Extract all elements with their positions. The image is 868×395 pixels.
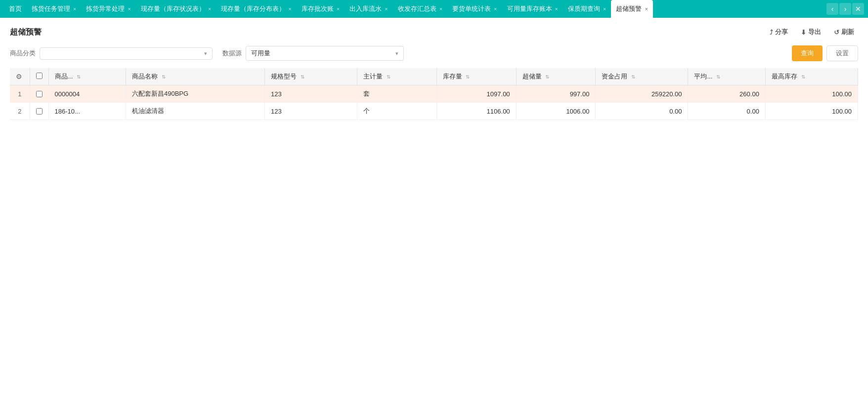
th-spec[interactable]: 规格型号 ⇅ bbox=[264, 68, 357, 85]
cell-product-name: 机油滤清器 bbox=[126, 103, 264, 120]
settings-button[interactable]: 设置 bbox=[826, 45, 858, 61]
row-number: 1 bbox=[10, 85, 30, 103]
sort-icon: ⇅ bbox=[301, 74, 304, 79]
cell-avg: 0.00 bbox=[688, 103, 765, 120]
top-nav: 首页 拣货任务管理 × 拣货异常处理 × 现存量（库存状况表） × 现存量（库存… bbox=[0, 0, 868, 18]
close-icon[interactable]: × bbox=[288, 6, 291, 12]
close-icon[interactable]: × bbox=[439, 6, 442, 12]
nav-item-order-stat[interactable]: 要货单统计表 × bbox=[447, 0, 502, 18]
close-icon[interactable]: × bbox=[208, 6, 211, 12]
datasource-label: 数据源 bbox=[222, 49, 242, 58]
query-button[interactable]: 查询 bbox=[792, 45, 823, 61]
table-row: 1 0000004 六配套新昌490BPG 123 套 1097.00 997.… bbox=[10, 85, 858, 103]
row-checkbox[interactable] bbox=[36, 91, 43, 97]
sort-icon: ⇅ bbox=[387, 74, 391, 79]
nav-next-button[interactable]: › bbox=[839, 3, 851, 15]
nav-arrows: ‹ › ✕ bbox=[826, 3, 864, 15]
nav-prev-button[interactable]: ‹ bbox=[826, 3, 838, 15]
nav-item-flow[interactable]: 出入库流水 × bbox=[345, 0, 392, 18]
sort-icon: ⇅ bbox=[466, 74, 470, 79]
row-checkbox-cell[interactable] bbox=[30, 103, 48, 120]
nav-item-exception[interactable]: 拣货异常处理 × bbox=[81, 0, 135, 18]
cell-spec: 123 bbox=[264, 85, 357, 103]
export-button[interactable]: ⬇ 导出 bbox=[797, 26, 825, 39]
close-icon[interactable]: × bbox=[385, 6, 388, 12]
table-header-row: ⚙ 商品... ⇅ 商品名称 ⇅ 规格型号 ⇅ 主计量 bbox=[10, 68, 858, 85]
cell-overflow: 1006.00 bbox=[516, 103, 596, 120]
close-icon[interactable]: × bbox=[494, 6, 497, 12]
nav-item-batch[interactable]: 库存批次账 × bbox=[297, 0, 345, 18]
share-icon: ⤴ bbox=[770, 29, 773, 36]
cell-product-name: 六配套新昌490BPG bbox=[126, 85, 264, 103]
filter-bar: 商品分类 ▾ 数据源 可用量 ▾ 查询 设置 bbox=[10, 45, 858, 61]
close-icon[interactable]: × bbox=[555, 6, 558, 12]
table-row: 2 186-10... 机油滤清器 123 个 1106.00 1006.00 … bbox=[10, 103, 858, 120]
row-checkbox-cell[interactable] bbox=[30, 85, 48, 103]
sort-icon: ⇅ bbox=[801, 74, 805, 79]
nav-item-overstock[interactable]: 超储预警 × bbox=[611, 0, 652, 18]
close-icon[interactable]: × bbox=[128, 6, 130, 12]
close-icon[interactable]: × bbox=[645, 6, 648, 12]
th-avg[interactable]: 平均... ⇅ bbox=[688, 68, 765, 85]
nav-item-task-mgmt[interactable]: 拣货任务管理 × bbox=[27, 0, 81, 18]
sort-icon: ⇅ bbox=[545, 74, 549, 79]
th-product-id[interactable]: 商品... ⇅ bbox=[48, 68, 126, 85]
datasource-value: 可用量 bbox=[251, 49, 270, 58]
sort-icon: ⇅ bbox=[162, 74, 166, 79]
row-number: 2 bbox=[10, 103, 30, 120]
th-product-name[interactable]: 商品名称 ⇅ bbox=[126, 68, 264, 85]
cell-stock: 1097.00 bbox=[436, 85, 516, 103]
nav-item-usable[interactable]: 可用量库存账本 × bbox=[502, 0, 563, 18]
cell-product-id: 0000004 bbox=[48, 85, 126, 103]
share-button[interactable]: ⤴ 分享 bbox=[766, 26, 792, 39]
cell-spec: 123 bbox=[264, 103, 357, 120]
nav-item-inventory-status[interactable]: 现存量（库存状况表） × bbox=[136, 0, 216, 18]
cell-stock: 1106.00 bbox=[436, 103, 516, 120]
category-filter: 商品分类 ▾ bbox=[10, 47, 213, 60]
cell-capital: 0.00 bbox=[596, 103, 688, 120]
page-actions: ⤴ 分享 ⬇ 导出 ↺ 刷新 bbox=[766, 26, 858, 39]
th-capital[interactable]: 资金占用 ⇅ bbox=[596, 68, 688, 85]
category-select[interactable]: ▾ bbox=[40, 47, 213, 60]
data-table: ⚙ 商品... ⇅ 商品名称 ⇅ 规格型号 ⇅ 主计量 bbox=[10, 68, 858, 120]
close-icon[interactable]: × bbox=[603, 6, 606, 12]
close-icon[interactable]: × bbox=[337, 6, 340, 12]
refresh-icon: ↺ bbox=[834, 29, 839, 36]
gear-icon: ⚙ bbox=[16, 73, 22, 80]
row-checkbox[interactable] bbox=[36, 108, 43, 115]
th-settings[interactable]: ⚙ bbox=[10, 68, 30, 85]
cell-unit: 个 bbox=[357, 103, 437, 120]
nav-item-quality[interactable]: 保质期查询 × bbox=[563, 0, 611, 18]
th-overflow[interactable]: 超储量 ⇅ bbox=[516, 68, 596, 85]
sort-icon: ⇅ bbox=[631, 74, 635, 79]
cell-overflow: 997.00 bbox=[516, 85, 596, 103]
select-all-checkbox[interactable] bbox=[36, 73, 43, 79]
th-max-stock[interactable]: 最高库存 ⇅ bbox=[765, 68, 858, 85]
close-icon[interactable]: × bbox=[73, 6, 76, 12]
chevron-down-icon: ▾ bbox=[204, 50, 207, 57]
cell-unit: 套 bbox=[357, 85, 437, 103]
page-content: 超储预警 ⤴ 分享 ⬇ 导出 ↺ 刷新 商品分类 ▾ 数据源 bbox=[0, 18, 868, 128]
th-stock[interactable]: 库存量 ⇅ bbox=[436, 68, 516, 85]
th-checkbox[interactable] bbox=[30, 68, 48, 85]
cell-avg: 260.00 bbox=[688, 85, 765, 103]
refresh-button[interactable]: ↺ 刷新 bbox=[830, 26, 858, 39]
chevron-down-icon: ▾ bbox=[395, 50, 398, 57]
cell-product-id: 186-10... bbox=[48, 103, 126, 120]
cell-max-stock: 100.00 bbox=[765, 85, 858, 103]
datasource-filter: 数据源 可用量 ▾ bbox=[222, 46, 404, 61]
th-unit[interactable]: 主计量 ⇅ bbox=[357, 68, 437, 85]
sort-icon: ⇅ bbox=[716, 74, 720, 79]
cell-capital: 259220.00 bbox=[596, 85, 688, 103]
nav-item-receive[interactable]: 收发存汇总表 × bbox=[393, 0, 447, 18]
sort-icon: ⇅ bbox=[77, 74, 81, 79]
nav-close-button[interactable]: ✕ bbox=[852, 3, 864, 15]
datasource-select[interactable]: 可用量 ▾ bbox=[246, 46, 404, 61]
nav-item-home[interactable]: 首页 bbox=[4, 0, 27, 18]
cell-max-stock: 100.00 bbox=[765, 103, 858, 120]
nav-item-inventory-dist[interactable]: 现存量（库存分布表） × bbox=[216, 0, 296, 18]
page-title: 超储预警 bbox=[10, 27, 42, 38]
filter-buttons: 查询 设置 bbox=[792, 45, 858, 61]
export-icon: ⬇ bbox=[801, 29, 806, 36]
page-title-row: 超储预警 ⤴ 分享 ⬇ 导出 ↺ 刷新 bbox=[10, 26, 858, 39]
